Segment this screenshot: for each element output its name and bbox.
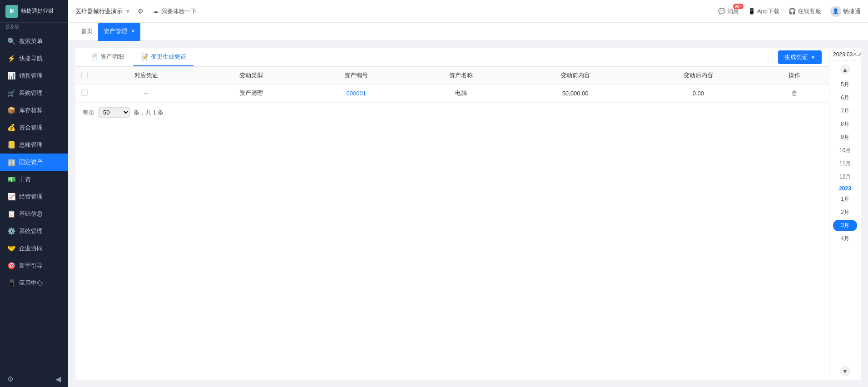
sidebar-item-operations[interactable]: 📈 经营管理	[0, 188, 68, 205]
sidebar-item-guide[interactable]: 🎯 新手引导	[0, 257, 68, 274]
app-label: App下载	[757, 7, 779, 15]
tab-asset-manage[interactable]: 资产管理 ✕	[98, 23, 140, 41]
sidebar-icon-fund: 💰	[7, 124, 15, 132]
sub-tab-asset-detail[interactable]: 📄 资产明细	[83, 48, 131, 66]
calendar-expand-icon[interactable]: ⤢	[858, 51, 861, 58]
tab-asset-manage-label: 资产管理	[104, 27, 127, 35]
asset-detail-icon: 📄	[90, 53, 98, 60]
col-header-asset-no: 资产编号	[304, 67, 409, 84]
collapse-icon[interactable]: ◀	[55, 375, 61, 383]
cloud-icon: ☁	[153, 8, 159, 15]
calendar-month-7[interactable]: 7月	[829, 104, 861, 118]
calendar-month-9[interactable]: 9月	[829, 131, 861, 144]
calendar-month-2023-2[interactable]: 2月	[829, 206, 861, 219]
content-area: 📄 资产明细 📝 变更生成凭证 生成凭证 ▼	[68, 41, 868, 387]
calendar-month-11[interactable]: 11月	[829, 157, 861, 170]
col-header-asset-name: 资产名称	[409, 67, 514, 84]
select-all-checkbox[interactable]	[81, 72, 88, 78]
sidebar-item-inventory[interactable]: 📦 库存核算	[0, 102, 68, 119]
sub-tabs-bar: 📄 资产明细 📝 变更生成凭证 生成凭证 ▼	[75, 48, 829, 67]
row-voucher-0: --	[94, 84, 198, 102]
row-asset-name-0: 电脑	[409, 84, 514, 102]
message-icon: 💬	[718, 8, 725, 15]
col-header-change-type: 变动类型	[198, 67, 303, 84]
try-button[interactable]: ☁ 我要体验一下	[153, 7, 197, 15]
tab-close-icon[interactable]: ✕	[131, 28, 135, 34]
app-download-button[interactable]: 📱 App下载	[748, 7, 779, 15]
row-after-change-0: 0.00	[637, 84, 760, 102]
sidebar-item-basic-info[interactable]: 📋 基础信息	[0, 205, 68, 223]
row-operation-0: 🗑	[760, 84, 829, 102]
company-selector[interactable]: 医疗器械行业演示 ▼	[75, 7, 130, 15]
delete-icon-0[interactable]: 🗑	[791, 89, 798, 97]
calendar-year-2023: 2023	[829, 184, 861, 193]
sidebar-label-app-center: 应用中心	[19, 279, 43, 287]
sidebar-item-fixed-assets[interactable]: 🏢 固定资产	[0, 154, 68, 171]
sidebar-item-payroll[interactable]: 💵 工资	[0, 171, 68, 188]
user-button[interactable]: 👤 畅捷通	[830, 6, 861, 17]
settings-icon[interactable]: ⚙	[7, 375, 14, 383]
row-before-change-0: 50,000.00	[514, 84, 637, 102]
settings-gear-icon[interactable]: ⚙	[138, 7, 144, 15]
main-area: 医疗器械行业演示 ▼ ⚙ ☁ 我要体验一下 💬 消息 99+ 📱 App下载 🎧…	[68, 0, 868, 387]
sidebar-label-payroll: 工资	[19, 175, 31, 184]
calendar-month-8[interactable]: 8月	[829, 118, 861, 131]
tabs-bar: 首页 资产管理 ✕	[68, 23, 868, 41]
logo-text: 畅捷通好业财	[21, 8, 54, 15]
calendar-month-2023-1[interactable]: 1月	[829, 193, 861, 206]
sidebar-label-system: 系统管理	[19, 227, 43, 235]
sub-tab-asset-detail-label: 资产明细	[100, 53, 124, 61]
service-button[interactable]: 🎧 在线客服	[789, 7, 821, 15]
message-badge: 99+	[733, 4, 744, 9]
logo-icon: 财	[5, 5, 18, 18]
sidebar-label-search: 搜索菜单	[19, 37, 43, 45]
calendar-month-2023-3[interactable]: 3月	[833, 220, 857, 231]
sidebar-label-purchase: 采购管理	[19, 89, 43, 97]
calendar-month-12[interactable]: 12月	[829, 170, 861, 184]
calendar-month-6[interactable]: 6月	[829, 91, 861, 104]
message-button[interactable]: 💬 消息 99+	[718, 7, 739, 15]
calendar-month-2023-4[interactable]: 4月	[829, 232, 861, 245]
headset-icon: 🎧	[789, 8, 796, 15]
sidebar-icon-system: ⚙️	[7, 227, 15, 235]
sidebar-label-ledger: 总账管理	[19, 141, 43, 149]
sidebar-icon-purchase: 🛒	[7, 89, 15, 97]
sub-tab-change-voucher[interactable]: 📝 变更生成凭证	[133, 48, 193, 66]
calendar-header: 2023.03 ✕ ⤢	[829, 48, 861, 61]
sidebar-item-fund[interactable]: 💰 资金管理	[0, 119, 68, 136]
asset-table: 对应凭证 变动类型 资产编号 资产名称 变动前内容 变动后内容 操作 --	[75, 67, 829, 102]
col-header-before-change: 变动前内容	[514, 67, 637, 84]
sidebar-edition: 普及版	[0, 23, 68, 33]
generate-voucher-button[interactable]: 生成凭证 ▼	[778, 50, 822, 64]
sidebar-icon-fixed-assets: 🏢	[7, 158, 15, 166]
calendar-nav-up[interactable]: ▲	[840, 64, 850, 74]
sidebar-item-purchase[interactable]: 🛒 采购管理	[0, 84, 68, 102]
sidebar-item-search[interactable]: 🔍 搜索菜单	[0, 33, 68, 50]
row-checkbox-0[interactable]	[81, 89, 88, 96]
calendar-month-5[interactable]: 5月	[829, 78, 861, 91]
sidebar-icon-sales: 📊	[7, 72, 15, 80]
sidebar-item-system[interactable]: ⚙️ 系统管理	[0, 223, 68, 240]
col-header-voucher: 对应凭证	[94, 67, 198, 84]
calendar-title: 2023.03	[833, 51, 853, 58]
sidebar-icon-payroll: 💵	[7, 175, 15, 184]
calendar-nav-down[interactable]: ▼	[840, 366, 850, 376]
topbar-right: 💬 消息 99+ 📱 App下载 🎧 在线客服 👤 畅捷通	[718, 6, 861, 17]
sidebar-item-app-center[interactable]: 📱 应用中心	[0, 274, 68, 292]
service-label: 在线客服	[798, 7, 821, 15]
per-page-select[interactable]: 50 10 20 100	[98, 107, 130, 118]
calendar-month-10[interactable]: 10月	[829, 144, 861, 157]
row-change-type-0: 资产清理	[198, 84, 303, 102]
sidebar-bottom: ⚙ ◀	[0, 371, 68, 387]
sidebar-item-quick-nav[interactable]: ⚡ 快捷导航	[0, 50, 68, 67]
sidebar-label-fund: 资金管理	[19, 124, 43, 132]
sidebar-label-guide: 新手引导	[19, 262, 43, 270]
sidebar-item-sales[interactable]: 📊 销售管理	[0, 67, 68, 84]
tab-home[interactable]: 首页	[75, 23, 98, 41]
sidebar-item-enterprise[interactable]: 🤝 企业协同	[0, 240, 68, 257]
calendar-panel: 2023.03 ✕ ⤢ ▲ 5月 6月 7月 8月 9月 10月 11月 12月…	[829, 48, 861, 380]
sidebar-item-ledger[interactable]: 📒 总账管理	[0, 136, 68, 154]
per-page-label: 每页	[83, 109, 94, 117]
sidebar-icon-basic-info: 📋	[7, 210, 15, 218]
calendar-close-icon[interactable]: ✕	[853, 51, 858, 58]
